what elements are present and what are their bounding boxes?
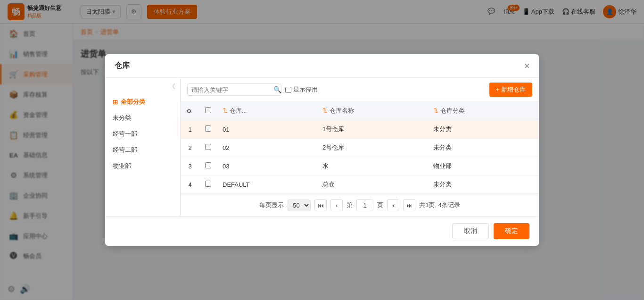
table-toolbar: 🔍 显示停用 + 新增仓库 [181,78,539,102]
show-disabled-checkbox[interactable] [285,87,291,93]
warehouse-modal: 仓库 × 《 ⊞ 全部分类 未分类 经营一部 经营二部 [105,54,539,246]
modal-overlay: 仓库 × 《 ⊞ 全部分类 未分类 经营一部 经营二部 [0,0,644,300]
next-page-button[interactable]: › [387,199,399,211]
table-row[interactable]: 2 02 2号仓库 未分类 [181,139,539,157]
row-num-2: 2 [181,139,199,157]
page-word: 第 [347,201,353,209]
category-label-1: 经营一部 [113,130,137,138]
page-number-input[interactable]: 1 [356,199,373,211]
row-checkbox-2[interactable] [205,144,211,150]
search-icon[interactable]: 🔍 [273,86,281,93]
search-input-wrap: 🔍 [187,83,281,96]
row-category-3: 物业部 [428,157,539,175]
category-item-ops1[interactable]: 经营一部 [105,126,180,142]
select-all-checkbox[interactable] [205,107,211,113]
table-header-row: ⚙ ⇅ 仓库... ⇅ 仓库名称 [181,102,539,120]
row-check-1 [199,120,217,139]
row-code-1: 01 [217,120,317,139]
th-name: ⇅ 仓库名称 [317,102,428,120]
row-checkbox-1[interactable] [205,125,211,132]
th-category-label: 仓库分类 [440,107,465,114]
search-input[interactable] [191,86,271,93]
table-head: ⚙ ⇅ 仓库... ⇅ 仓库名称 [181,102,539,120]
th-code-label: 仓库... [230,107,247,114]
row-category-4: 未分类 [428,175,539,194]
modal-header: 仓库 × [105,54,539,78]
th-checkbox [199,102,217,120]
row-check-3 [199,157,217,175]
table-panel: 🔍 显示停用 + 新增仓库 ⚙ [181,78,539,216]
category-label-2: 经营二部 [113,146,137,154]
modal-close-button[interactable]: × [524,62,529,70]
prev-page-button[interactable]: ‹ [330,199,343,211]
sort-icon-cat: ⇅ [433,107,438,114]
row-name-1: 1号仓库 [317,120,428,139]
category-panel: 《 ⊞ 全部分类 未分类 经营一部 经营二部 物业部 [105,78,181,216]
row-code-3: 03 [217,157,317,175]
category-item-ops2[interactable]: 经营二部 [105,142,180,158]
table-body: 1 01 1号仓库 未分类 2 02 2号仓库 [181,120,539,194]
row-checkbox-4[interactable] [205,181,211,187]
row-category-1: 未分类 [428,120,539,139]
show-disabled-label: 显示停用 [293,85,318,94]
row-name-3: 水 [317,157,428,175]
row-num-4: 4 [181,175,199,194]
row-code-4: DEFAULT [217,175,317,194]
row-check-2 [199,139,217,157]
row-category-2: 未分类 [428,139,539,157]
row-checkbox-3[interactable] [205,162,211,168]
per-page-select[interactable]: 50 [288,200,311,211]
sort-icon: ⇅ [223,107,228,114]
category-all-label: 全部分类 [121,98,145,106]
modal-title: 仓库 [115,61,130,71]
show-disabled-toggle[interactable]: 显示停用 [285,85,318,94]
collapse-panel-button[interactable]: 《 [105,83,180,94]
row-name-2: 2号仓库 [317,139,428,157]
th-settings: ⚙ [181,102,199,120]
row-name-4: 总仓 [317,175,428,194]
th-code: ⇅ 仓库... [217,102,317,120]
th-category: ⇅ 仓库分类 [428,102,539,120]
total-label: 共1页, 4条记录 [419,201,460,209]
category-item-uncategorized[interactable]: 未分类 [105,110,180,126]
last-page-button[interactable]: ⏭ [403,199,415,211]
modal-body: 《 ⊞ 全部分类 未分类 经营一部 经营二部 物业部 [105,78,539,216]
category-label-0: 未分类 [113,114,131,122]
cancel-button[interactable]: 取消 [452,223,489,239]
page-label: 页 [377,201,383,209]
category-item-property[interactable]: 物业部 [105,158,180,174]
th-name-label: 仓库名称 [330,107,354,114]
category-all-item[interactable]: ⊞ 全部分类 [105,94,180,110]
table-row[interactable]: 3 03 水 物业部 [181,157,539,175]
table-row[interactable]: 1 01 1号仓库 未分类 [181,120,539,139]
table-row[interactable]: 4 DEFAULT 总仓 未分类 [181,175,539,194]
warehouse-table: ⚙ ⇅ 仓库... ⇅ 仓库名称 [181,102,539,194]
pagination-bar: 每页显示 50 ⏮ ‹ 第 1 页 › ⏭ 共1页, 4条记录 [181,194,539,216]
modal-footer: 取消 确定 [105,216,539,246]
category-label-3: 物业部 [113,162,131,170]
row-code-2: 02 [217,139,317,157]
row-num-1: 1 [181,120,199,139]
add-warehouse-button[interactable]: + 新增仓库 [489,83,532,97]
per-page-label: 每页显示 [259,201,284,209]
table-container: ⚙ ⇅ 仓库... ⇅ 仓库名称 [181,102,539,194]
row-num-3: 3 [181,157,199,175]
row-check-4 [199,175,217,194]
first-page-button[interactable]: ⏮ [314,199,327,211]
grid-icon: ⊞ [113,99,118,106]
confirm-button[interactable]: 确定 [494,223,529,239]
sort-icon-name: ⇅ [322,107,328,114]
